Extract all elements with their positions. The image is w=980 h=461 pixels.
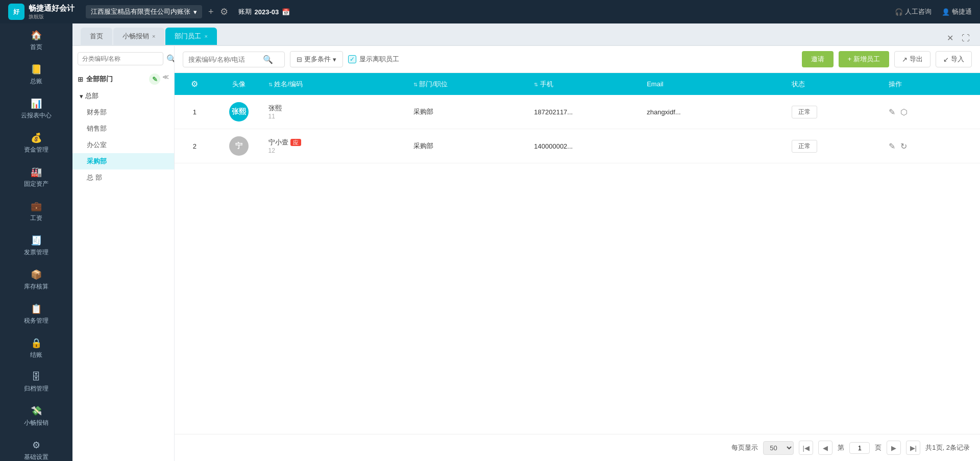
dept-finance[interactable]: 财务部 <box>72 104 174 120</box>
row-avatar: 宁 <box>215 129 263 163</box>
col-name-code[interactable]: ⇅ 姓名/编码 <box>263 73 408 95</box>
sidebar-item-label: 首页 <box>30 43 42 52</box>
sidebar-item-label: 发票管理 <box>24 248 48 257</box>
company-name: 江西服宝精品有限责任公司内账张 <box>91 7 190 16</box>
dept-general[interactable]: 总 部 <box>72 169 174 186</box>
sidebar-item-tax[interactable]: 📋 税务管理 <box>0 297 72 331</box>
chevron-down-icon: ▾ <box>193 8 197 16</box>
edit-icon[interactable]: ✎ <box>889 141 895 151</box>
sidebar-item-settings[interactable]: ⚙ 基础设置 <box>0 433 72 461</box>
sidebar-item-label: 归档管理 <box>24 384 48 393</box>
main-layout: 🏠 首页 📒 总账 📊 云报表中心 💰 资金管理 🏭 固定资产 💼 工资 🧾 发… <box>0 23 980 461</box>
inventory-icon: 📦 <box>31 269 42 280</box>
invoice-icon: 🧾 <box>31 235 42 246</box>
settings-icon[interactable]: ⚙ <box>220 6 228 17</box>
row-actions: ✎ ↻ <box>884 129 980 163</box>
sidebar-item-ledger[interactable]: 📒 总账 <box>0 58 72 92</box>
tab-expense[interactable]: 小畅报销 × <box>113 28 164 45</box>
page-input[interactable] <box>849 442 870 454</box>
calendar-icon[interactable]: 📅 <box>282 8 290 16</box>
tab-home[interactable]: 首页 <box>81 28 112 45</box>
logout-icon[interactable]: ⬡ <box>900 107 908 117</box>
expense-icon: 💸 <box>31 405 42 417</box>
sidebar-item-home[interactable]: 🏠 首页 <box>0 23 72 58</box>
show-resigned-checkbox[interactable]: ✓ 显示离职员工 <box>348 55 399 64</box>
dept-purchase[interactable]: 采购部 <box>72 153 174 169</box>
emp-search-input[interactable] <box>188 56 260 63</box>
dept-collapse-icon[interactable]: ≪ <box>162 74 169 85</box>
assets-icon: 🏭 <box>31 166 42 178</box>
tab-dept-emp[interactable]: 部门员工 × <box>165 28 216 45</box>
add-company-icon[interactable]: + <box>208 7 214 17</box>
prev-page-button[interactable]: ◀ <box>818 441 832 455</box>
consult-button[interactable]: 🎧 人工咨询 <box>895 7 932 16</box>
dept-all-header[interactable]: ⊞ 全部部门 ✎ ≪ <box>72 70 174 88</box>
sidebar-item-inventory[interactable]: 📦 库存核算 <box>0 263 72 297</box>
import-button[interactable]: ↙ 导入 <box>936 51 972 67</box>
sidebar-item-invoice[interactable]: 🧾 发票管理 <box>0 229 72 263</box>
sidebar-item-label: 小畅报销 <box>24 419 48 427</box>
add-employee-button[interactable]: + 新增员工 <box>839 51 889 67</box>
sidebar-item-wages[interactable]: 💼 工资 <box>0 195 72 229</box>
export-button[interactable]: ↗ 导出 <box>894 51 930 67</box>
tab-expense-close[interactable]: × <box>152 33 155 39</box>
edit-icon[interactable]: ✎ <box>889 107 895 117</box>
dept-search-row: 🔍 <box>72 52 174 70</box>
emp-table: ⚙ 头像 ⇅ 姓名/编码 ⇅ <box>175 73 980 434</box>
sidebar-item-archive[interactable]: 🗄 归档管理 <box>0 366 72 399</box>
col-phone[interactable]: ⇅ 手机 <box>529 73 642 95</box>
logout-icon[interactable]: ↻ <box>900 141 907 151</box>
sidebar-item-close[interactable]: 🔒 结账 <box>0 331 72 366</box>
dept-sales[interactable]: 销售部 <box>72 120 174 137</box>
emp-search-icon[interactable]: 🔍 <box>263 55 273 64</box>
sidebar-item-assets[interactable]: 🏭 固定资产 <box>0 160 72 195</box>
pagination: 每页显示 50 10 20 100 |◀ ◀ 第 页 ▶ ▶| 共1页, 2条记… <box>175 434 980 461</box>
tab-close-all-icon[interactable]: ✕ <box>945 31 955 45</box>
company-selector[interactable]: 江西服宝精品有限责任公司内账张 ▾ <box>86 5 202 18</box>
col-avatar: 头像 <box>215 73 263 95</box>
first-page-button[interactable]: |◀ <box>799 441 813 455</box>
sidebar-item-label: 库存核算 <box>24 282 48 291</box>
sidebar-item-label: 税务管理 <box>24 317 48 325</box>
sidebar-item-expense[interactable]: 💸 小畅报销 <box>0 399 72 433</box>
logo-text: 畅捷通好会计 <box>29 4 75 13</box>
next-page-button[interactable]: ▶ <box>887 441 901 455</box>
employee-name: 宁小壹应 <box>268 138 403 147</box>
logo-area: 好 畅捷通好会计 旗舰版 <box>8 4 80 20</box>
user-profile[interactable]: 👤 畅捷通 <box>942 7 972 16</box>
tab-bar: 首页 小畅报销 × 部门员工 × ✕ ⛶ <box>72 23 980 46</box>
sidebar-item-reports[interactable]: 📊 云报表中心 <box>0 92 72 126</box>
row-dept: 采购部 <box>408 129 529 163</box>
dept-office[interactable]: 办公室 <box>72 137 174 153</box>
per-page-select[interactable]: 50 10 20 100 <box>763 441 794 455</box>
per-page-label: 每页显示 <box>731 443 758 452</box>
import-label: 导入 <box>951 55 964 64</box>
row-status: 正常 <box>787 95 883 129</box>
page-label: 第 <box>838 443 844 452</box>
filter-label: 更多条件 <box>304 55 331 64</box>
invite-button[interactable]: 邀请 <box>802 51 834 67</box>
consult-label: 人工咨询 <box>905 7 932 16</box>
filter-button[interactable]: ⊟ 更多条件 ▾ <box>290 51 343 67</box>
tab-dept-emp-close[interactable]: × <box>204 33 207 39</box>
table-row: 2 宁 宁小壹应 12 采购部 140000002... 正常 ✎ ↻ <box>175 129 980 163</box>
employee-code: 12 <box>268 147 403 154</box>
employee-table: ⚙ 头像 ⇅ 姓名/编码 ⇅ <box>175 73 980 163</box>
dept-add-icon[interactable]: ✎ <box>149 74 160 85</box>
dept-hq[interactable]: ▾ 总部 <box>72 88 174 104</box>
user-icon: 👤 <box>942 8 950 16</box>
period-area: 账期 2023-03 📅 <box>238 7 290 16</box>
export-icon: ↗ <box>902 56 908 63</box>
sidebar-item-funds[interactable]: 💰 资金管理 <box>0 126 72 160</box>
close-account-icon: 🔒 <box>31 337 42 349</box>
employee-area: 🔍 ⊟ 更多条件 ▾ ✓ 显示离职员工 邀请 <box>175 46 980 461</box>
dept-search-icon[interactable]: 🔍 <box>166 54 175 64</box>
row-phone: 187202117... <box>529 95 642 129</box>
dept-search-input[interactable] <box>78 52 163 65</box>
expand-icon: ▾ <box>80 92 83 100</box>
last-page-button[interactable]: ▶| <box>906 441 920 455</box>
col-settings[interactable]: ⚙ <box>175 73 215 95</box>
col-dept-pos[interactable]: ⇅ 部门/职位 <box>408 73 529 95</box>
tab-expand-icon[interactable]: ⛶ <box>960 32 972 45</box>
table-row: 1 张熙 张熙 11 采购部 187202117... zhangxidf...… <box>175 95 980 129</box>
